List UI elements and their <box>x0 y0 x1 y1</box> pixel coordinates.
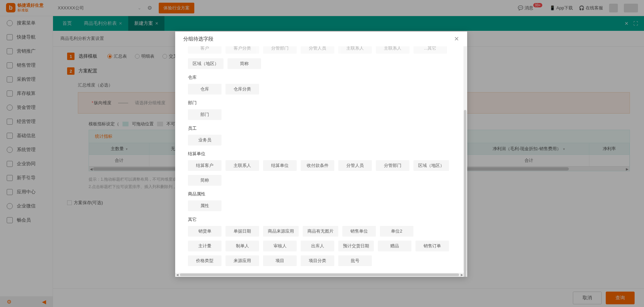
chip-row: 部门 <box>188 109 450 120</box>
field-chip[interactable]: 来源应用 <box>226 255 259 266</box>
chip-row: 销货单单据日期商品来源应用商品有无图片销售单位单位2主计量制单人审核人出库人预计… <box>188 226 450 266</box>
scroll-thumb[interactable] <box>180 273 459 276</box>
group-title: 部门 <box>188 100 450 106</box>
field-chip[interactable]: 区域（地区） <box>413 160 449 171</box>
partial-row: 客户 客户分类 分管部门 分管人员 主联系人 主联系人 ...其它 <box>188 46 450 54</box>
modal-close-icon[interactable]: ✕ <box>454 35 459 43</box>
field-chip[interactable]: 分管部门 <box>263 46 297 54</box>
field-chip[interactable]: 收付款条件 <box>301 160 334 171</box>
modal-title: 分组待选字段 <box>183 36 213 42</box>
field-chip[interactable]: 单位2 <box>380 226 413 237</box>
field-chip[interactable]: 单据日期 <box>226 226 259 237</box>
field-group: 部门部门 <box>188 100 450 120</box>
field-group: 其它销货单单据日期商品来源应用商品有无图片销售单位单位2主计量制单人审核人出库人… <box>188 217 450 266</box>
field-chip[interactable]: 业务员 <box>188 135 221 145</box>
chip-row: 仓库仓库分类 <box>188 84 450 95</box>
field-chip-region[interactable]: 区域（地区） <box>188 58 224 69</box>
field-group: 结算单位结算客户主联系人结算单位收付款条件分管人员分管部门区域（地区）简称 <box>188 151 450 186</box>
modal-body: 客户 客户分类 分管部门 分管人员 主联系人 主联系人 ...其它 区域（地区）… <box>175 46 467 277</box>
scroll-thumb[interactable] <box>464 110 466 277</box>
modal-horizontal-scrollbar[interactable]: ◀ ▶ <box>175 273 464 277</box>
field-chip[interactable]: 仓库分类 <box>226 84 259 95</box>
field-chip[interactable]: 项目分类 <box>301 255 334 266</box>
field-chip[interactable]: 主计量 <box>188 241 221 251</box>
group-title: 员工 <box>188 125 450 131</box>
field-group: 商品属性属性 <box>188 191 450 211</box>
chip-row: 业务员 <box>188 135 450 145</box>
field-chip[interactable]: 项目 <box>263 255 297 266</box>
field-chip-shortname[interactable]: 简称 <box>228 58 261 69</box>
field-group: 员工业务员 <box>188 125 450 145</box>
field-chip[interactable]: 商品有无图片 <box>303 226 338 237</box>
field-chip[interactable]: 简称 <box>188 175 221 186</box>
field-chip[interactable]: 审核人 <box>263 241 297 251</box>
scroll-right-icon[interactable]: ▶ <box>460 273 464 277</box>
field-chip[interactable]: 结算客户 <box>188 160 221 171</box>
field-chip[interactable]: 属性 <box>188 200 221 211</box>
field-chip[interactable]: 分管部门 <box>376 160 409 171</box>
field-chip[interactable]: 商品来源应用 <box>263 226 299 237</box>
field-chip[interactable]: 主联系人 <box>226 160 259 171</box>
field-chip[interactable]: 仓库 <box>188 84 221 95</box>
field-chip[interactable]: 价格类型 <box>188 255 221 266</box>
field-chip[interactable]: 主联系人 <box>376 46 409 54</box>
field-chip[interactable]: 制单人 <box>226 241 259 251</box>
field-chip[interactable]: 预计交货日期 <box>338 241 374 251</box>
field-chip[interactable]: 出库人 <box>301 241 334 251</box>
field-chip[interactable]: ...其它 <box>413 46 447 54</box>
field-chip[interactable]: 批号 <box>338 255 372 266</box>
scroll-left-icon[interactable]: ◀ <box>175 273 179 277</box>
modal-vertical-scrollbar[interactable] <box>463 46 467 271</box>
chip-row: 区域（地区） 简称 <box>188 58 450 69</box>
field-chip[interactable]: 销货单 <box>188 226 221 237</box>
field-group: 仓库仓库仓库分类 <box>188 74 450 95</box>
group-title: 商品属性 <box>188 191 450 197</box>
modal-header: 分组待选字段 ✕ <box>175 32 467 46</box>
group-title: 结算单位 <box>188 151 450 157</box>
field-chip[interactable]: 客户分类 <box>226 46 259 54</box>
field-chip[interactable]: 分管人员 <box>338 160 372 171</box>
group-title: 其它 <box>188 217 450 223</box>
field-chip[interactable]: 赠品 <box>378 241 411 251</box>
group-title: 仓库 <box>188 74 450 80</box>
field-chip[interactable]: 销售单位 <box>342 226 376 237</box>
field-chip[interactable]: 部门 <box>188 109 221 120</box>
field-chip[interactable]: 分管人员 <box>301 46 334 54</box>
field-chip[interactable]: 结算单位 <box>263 160 297 171</box>
field-chip[interactable]: 客户 <box>188 46 221 54</box>
field-selector-modal: 分组待选字段 ✕ 客户 客户分类 分管部门 分管人员 主联系人 主联系人 ...… <box>175 32 467 277</box>
field-chip[interactable]: 销售订单 <box>415 241 449 251</box>
chip-row: 结算客户主联系人结算单位收付款条件分管人员分管部门区域（地区）简称 <box>188 160 450 186</box>
chip-row: 属性 <box>188 200 450 211</box>
field-chip[interactable]: 主联系人 <box>338 46 372 54</box>
